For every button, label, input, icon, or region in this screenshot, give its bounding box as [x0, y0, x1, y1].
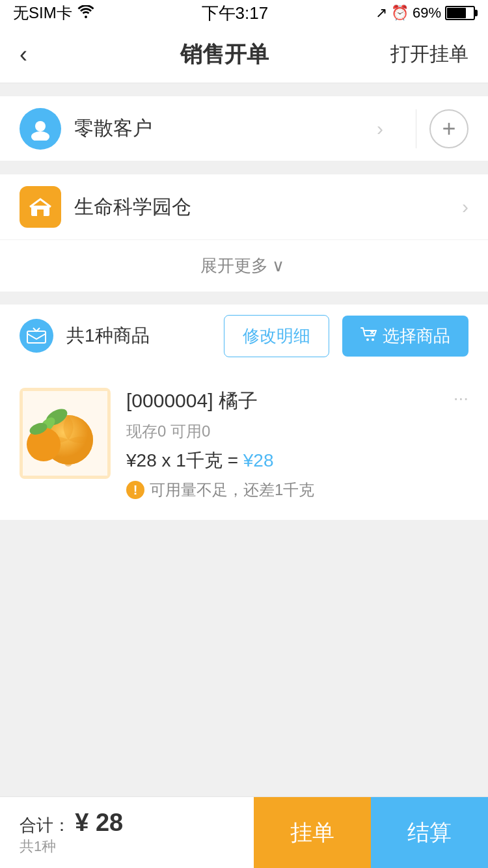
svg-rect-3 [37, 210, 44, 216]
price-total: ¥28 [243, 450, 274, 470]
customer-row[interactable]: 零散客户 › + [0, 96, 488, 161]
alarm-icon: ⏰ [391, 5, 409, 21]
status-time: 下午3:17 [202, 2, 269, 25]
products-count: 共1种商品 [66, 323, 211, 348]
total-row: 合计： ¥ 28 [20, 809, 234, 837]
warehouse-arrow-icon: › [462, 196, 468, 218]
footer: 合计： ¥ 28 共1种 挂单 结算 [0, 796, 488, 868]
product-price: ¥28 x 1千克 = ¥28 [126, 448, 438, 473]
svg-point-10 [64, 459, 72, 467]
svg-point-0 [35, 121, 46, 131]
add-customer-button[interactable]: + [429, 109, 468, 148]
location-icon: ↗ [375, 5, 387, 21]
expand-chevron-icon: ∨ [272, 256, 284, 276]
open-hang-button[interactable]: 打开挂单 [390, 41, 468, 68]
warehouse-icon [20, 186, 61, 228]
status-right: ↗ ⏰ 69% [375, 5, 475, 21]
edit-detail-button[interactable]: 修改明细 [224, 315, 329, 357]
total-label: 合计： [20, 815, 70, 835]
battery-percent: 69% [413, 5, 441, 21]
svg-point-1 [31, 131, 49, 141]
product-name: 橘子 [219, 390, 258, 411]
svg-point-5 [366, 338, 369, 341]
hang-button[interactable]: 挂单 [254, 797, 371, 869]
warehouse-row[interactable]: 生命科学园仓 › [0, 174, 488, 239]
product-more-button[interactable]: ··· [454, 388, 468, 409]
battery-icon [445, 6, 475, 20]
total-sub: 共1种 [20, 837, 234, 856]
page-title: 销售开单 [180, 40, 269, 70]
customer-arrow-icon: › [377, 118, 383, 140]
product-warning: ! 可用量不足，还差1千克 [126, 480, 438, 500]
price-formula: ¥28 x 1千克 = [126, 450, 243, 470]
gap-2 [0, 161, 488, 174]
checkout-button[interactable]: 结算 [371, 797, 488, 869]
expand-more-button[interactable]: 展开更多 ∨ [0, 239, 488, 292]
select-product-button[interactable]: 选择商品 [342, 316, 468, 357]
nav-bar: ‹ 销售开单 打开挂单 [0, 26, 488, 83]
warning-icon: ! [126, 481, 144, 499]
status-bar: 无SIM卡 下午3:17 ↗ ⏰ 69% [0, 0, 488, 26]
footer-total: 合计： ¥ 28 共1种 [0, 809, 254, 856]
gap-3 [0, 292, 488, 305]
customer-avatar [20, 108, 61, 150]
product-info: [0000004] 橘子 现存0 可用0 ¥28 x 1千克 = ¥28 ! 可… [126, 388, 438, 500]
product-image [20, 388, 111, 479]
status-left: 无SIM卡 [13, 3, 94, 23]
wifi-icon [77, 4, 94, 22]
gap-1 [0, 83, 488, 96]
customer-section: 零散客户 › + [0, 96, 488, 161]
cart-icon [360, 326, 377, 346]
svg-rect-4 [27, 331, 46, 343]
empty-area [0, 520, 488, 819]
product-code: [0000004] [126, 390, 219, 411]
carrier-text: 无SIM卡 [13, 3, 72, 23]
products-icon [20, 319, 53, 353]
product-title: [0000004] 橘子 [126, 388, 438, 414]
product-stock: 现存0 可用0 [126, 421, 438, 442]
expand-label: 展开更多 [200, 254, 268, 277]
svg-point-6 [372, 338, 374, 341]
warehouse-name: 生命科学园仓 [74, 194, 462, 221]
total-amount: ¥ 28 [75, 809, 123, 836]
customer-name: 零散客户 [74, 115, 377, 142]
select-product-label: 选择商品 [383, 325, 450, 347]
back-button[interactable]: ‹ [20, 41, 59, 68]
product-item: [0000004] 橘子 现存0 可用0 ¥28 x 1千克 = ¥28 ! 可… [0, 368, 488, 520]
products-section: 共1种商品 修改明细 选择商品 [0, 305, 488, 520]
warning-text: 可用量不足，还差1千克 [150, 480, 314, 500]
warehouse-section: 生命科学园仓 › 展开更多 ∨ [0, 174, 488, 292]
customer-divider [416, 109, 416, 148]
products-header: 共1种商品 修改明细 选择商品 [0, 305, 488, 367]
